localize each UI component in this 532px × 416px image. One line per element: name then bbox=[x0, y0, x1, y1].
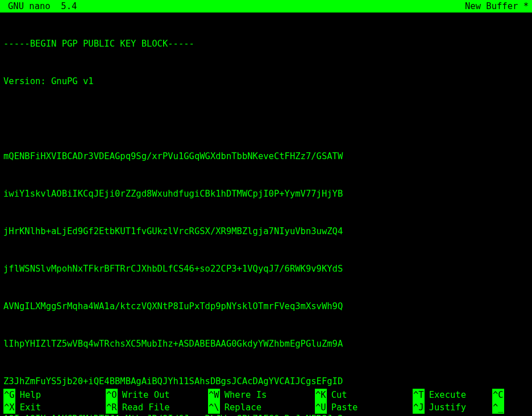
shortcut-readfile[interactable]: ^R Read File bbox=[106, 401, 208, 414]
shortcut-key: ^K bbox=[315, 389, 327, 401]
shortcut-cut[interactable]: ^K Cut bbox=[315, 389, 413, 401]
shortcut-key: ^J bbox=[413, 401, 425, 414]
shortcut-key: ^T bbox=[413, 389, 425, 401]
text-line: mQENBFiHXVIBCADr3VDEAGpq9Sg/xrPVu1GGqWGX… bbox=[3, 150, 529, 163]
shortcut-paste[interactable]: ^U Paste bbox=[315, 401, 413, 414]
text-line: lIhpYHIZlTZ5wVBq4wTRchsXC5MubIhz+ASDABEB… bbox=[3, 338, 529, 350]
titlebar: GNU nano 5.4 New Buffer * bbox=[0, 0, 532, 13]
text-line: jflWSNSlvMpohNxTFkrBFTRrCJXhbDLfCS46+so2… bbox=[3, 263, 529, 275]
shortcut-label: Justify bbox=[429, 401, 466, 414]
shortcut-key: ^C bbox=[492, 389, 504, 401]
text-line: AVNgILXMggSrMqha4WA1a/ktczVQXNtP8IuPxTdp… bbox=[3, 300, 529, 313]
shortcut-execute[interactable]: ^T Execute bbox=[413, 389, 492, 401]
shortcut-help[interactable]: ^G Help bbox=[3, 389, 106, 401]
shortcut-row: ^X Exit ^R Read File ^\ Replace ^U Paste… bbox=[3, 401, 529, 414]
shortcut-label: Write Out bbox=[122, 389, 170, 401]
text-line: jHrKNlhb+aLjEd9Gf2EtbKUT1fvGUkzlVrcRGSX/… bbox=[3, 225, 529, 238]
shortcut-key: ^_ bbox=[492, 401, 504, 414]
text-line: Z3JhZmFuYS5jb20+iQE4BBMBAgAiBQJYh11SAhsD… bbox=[3, 375, 529, 388]
shortcut-key: ^U bbox=[315, 401, 327, 414]
shortcut-label: Where Is bbox=[225, 389, 267, 401]
shortcut-whereis[interactable]: ^W Where Is bbox=[208, 389, 315, 401]
shortcut-label: Execute bbox=[429, 389, 466, 401]
shortcut-label: Help bbox=[20, 389, 41, 401]
shortcut-label: Paste bbox=[331, 401, 358, 414]
app-title: GNU nano 5.4 bbox=[8, 0, 77, 13]
shortcut-replace[interactable]: ^\ Replace bbox=[208, 401, 315, 414]
shortcut-exit[interactable]: ^X Exit bbox=[3, 401, 106, 414]
shortcut-bar: ^G Help ^O Write Out ^W Where Is ^K Cut … bbox=[0, 389, 532, 416]
shortcut-key: ^W bbox=[208, 389, 220, 401]
shortcut-goto[interactable]: ^_ bbox=[492, 401, 526, 414]
shortcut-location[interactable]: ^C bbox=[492, 389, 526, 401]
text-line bbox=[3, 113, 529, 125]
text-line: -----BEGIN PGP PUBLIC KEY BLOCK----- bbox=[3, 38, 529, 50]
text-line: Version: GnuPG v1 bbox=[3, 75, 529, 88]
shortcut-label: Exit bbox=[20, 401, 41, 414]
shortcut-row: ^G Help ^O Write Out ^W Where Is ^K Cut … bbox=[3, 389, 529, 401]
shortcut-key: ^\ bbox=[208, 401, 220, 414]
shortcut-key: ^O bbox=[106, 389, 118, 401]
buffer-status: New Buffer * bbox=[465, 0, 529, 13]
shortcut-label: Replace bbox=[225, 401, 261, 414]
nano-terminal: GNU nano 5.4 New Buffer * -----BEGIN PGP… bbox=[0, 0, 532, 416]
editor-content[interactable]: -----BEGIN PGP PUBLIC KEY BLOCK----- Ver… bbox=[0, 13, 532, 416]
shortcut-label: Read File bbox=[122, 401, 170, 414]
text-line: iwiY1skvlAOBiIKCqJEji0rZZgd8WxuhdfugiCBk… bbox=[3, 188, 529, 200]
shortcut-justify[interactable]: ^J Justify bbox=[413, 401, 492, 414]
shortcut-writeout[interactable]: ^O Write Out bbox=[106, 389, 208, 401]
shortcut-key: ^R bbox=[106, 401, 118, 414]
shortcut-label: Cut bbox=[331, 389, 347, 401]
shortcut-key: ^G bbox=[3, 389, 15, 401]
shortcut-key: ^X bbox=[3, 401, 15, 414]
